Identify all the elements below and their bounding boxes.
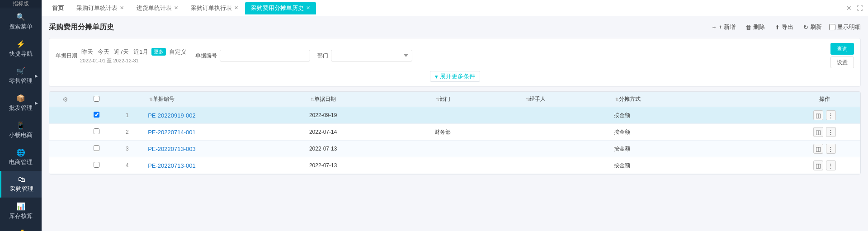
nav-icon: ⚡ xyxy=(16,40,25,48)
sidebar-item-wholesale[interactable]: 📦 批发管理 ▶ xyxy=(0,90,42,117)
row-gear-cell xyxy=(49,107,81,124)
row-op-cell: ◫ ⋮ xyxy=(788,124,860,141)
row-checkbox-cell xyxy=(81,141,111,157)
view-button[interactable]: ◫ xyxy=(813,160,823,170)
edit-button[interactable]: ⋮ xyxy=(826,110,836,120)
tab-po-exec[interactable]: 采购订单执行表✕ xyxy=(185,2,244,14)
sidebar-item-search[interactable]: 🔍 搜索菜单 xyxy=(0,8,42,35)
data-table: ⚙ ⇅单据编号 ⇅单据日期 ⇅部门 xyxy=(49,91,861,174)
purchase-icon: 🛍 xyxy=(18,175,25,184)
shortcut-yesterday[interactable]: 昨天 xyxy=(80,47,94,57)
finance-icon: 💰 xyxy=(16,229,25,231)
sidebar-item-label: 搜索菜单 xyxy=(9,23,33,31)
row-gear-cell xyxy=(49,141,81,157)
row-num-cell: 4 xyxy=(111,157,143,174)
th-date[interactable]: ⇅单据日期 xyxy=(305,92,430,107)
maximize-window-button[interactable]: ⛶ xyxy=(856,5,863,12)
right-actions: 查询 设置 xyxy=(830,43,854,68)
column-settings-icon[interactable]: ⚙ xyxy=(62,96,68,103)
show-cols-checkbox[interactable] xyxy=(829,24,835,30)
row-gear-cell xyxy=(49,124,81,141)
date-range: 昨天 今天 近7天 近1月 更多 自定义 2022-01-01 至 2022-1… xyxy=(80,47,188,64)
order-no-link[interactable]: PE-20220713-003 xyxy=(148,146,196,152)
tab-inbound-summary[interactable]: 进货单统计表✕ xyxy=(131,2,184,14)
row-date-cell: 2022-07-13 xyxy=(305,157,430,174)
tab-bar: 首页采购订单统计表✕进货单统计表✕采购订单执行表✕采购费用分摊单历史✕ ✕ ⛶ xyxy=(42,0,868,16)
row-handler-cell xyxy=(520,124,609,141)
sidebar-item-label: 快捷导航 xyxy=(9,50,33,58)
row-order-no-cell: PE-20220919-002 xyxy=(143,107,305,124)
sidebar-item-retail[interactable]: 🛒 零售管理 ▶ xyxy=(0,62,42,90)
tab-po-summary[interactable]: 采购订单统计表✕ xyxy=(71,2,130,14)
view-button[interactable]: ◫ xyxy=(813,144,823,154)
op-icons: ◫ ⋮ xyxy=(793,110,856,120)
th-checkbox xyxy=(81,92,111,107)
row-checkbox-cell xyxy=(81,124,111,141)
order-no-input[interactable] xyxy=(220,50,310,61)
expand-row: ▾ 展开更多条件 xyxy=(56,71,854,82)
tab-close-icon[interactable]: ✕ xyxy=(120,5,124,11)
select-all-checkbox[interactable] xyxy=(94,96,99,102)
export-icon: ⬆ xyxy=(775,24,780,31)
shortcut-7days[interactable]: 近7天 xyxy=(113,47,130,57)
close-window-button[interactable]: ✕ xyxy=(845,5,853,12)
th-order-no[interactable]: ⇅单据编号 xyxy=(143,92,305,107)
th-method[interactable]: ⇅分摊方式 xyxy=(609,92,788,107)
delete-button[interactable]: 🗑 删除 xyxy=(743,22,768,33)
add-button[interactable]: ＋ + 新增 xyxy=(708,22,738,33)
shortcut-1month[interactable]: 近1月 xyxy=(132,47,150,57)
tab-close-icon[interactable]: ✕ xyxy=(234,5,238,11)
row-checkbox[interactable] xyxy=(94,145,99,151)
settings-button[interactable]: 设置 xyxy=(830,57,854,68)
th-dept[interactable]: ⇅部门 xyxy=(430,92,519,107)
shortcut-more[interactable]: 更多 xyxy=(151,48,166,56)
refresh-button[interactable]: ↻ 刷新 xyxy=(801,22,825,33)
wholesale-icon: 📦 xyxy=(16,94,25,103)
edit-button[interactable]: ⋮ xyxy=(826,160,836,170)
page-content: 采购费用分摊单历史 ＋ + 新增 🗑 删除 ⬆ 导出 ↻ 刷新 xyxy=(42,16,868,231)
edit-button[interactable]: ⋮ xyxy=(826,127,836,137)
row-checkbox[interactable] xyxy=(94,128,99,134)
row-date-cell: 2022-07-14 xyxy=(305,124,430,141)
dept-select[interactable]: 财务部 xyxy=(331,50,412,61)
sort-icon: ⇅ xyxy=(436,97,439,102)
th-handler[interactable]: ⇅经手人 xyxy=(520,92,609,107)
order-no-link[interactable]: PE-20220919-002 xyxy=(148,112,196,119)
export-button[interactable]: ⬆ 导出 xyxy=(772,22,796,33)
sidebar-item-ecom[interactable]: 🌐 电商管理 xyxy=(0,144,42,171)
table-body: 1 PE-20220919-002 2022-09-19 按金额 ◫ ⋮ 2 P… xyxy=(49,107,860,174)
window-controls: ✕ ⛶ xyxy=(845,5,863,12)
view-button[interactable]: ◫ xyxy=(813,110,823,120)
order-no-link[interactable]: PE-20220713-001 xyxy=(148,162,196,169)
table-row: 1 PE-20220919-002 2022-09-19 按金额 ◫ ⋮ xyxy=(49,107,860,124)
add-icon: ＋ xyxy=(711,23,717,31)
date-value: 2022-01-01 至 2022-12-31 xyxy=(80,57,188,64)
edit-button[interactable]: ⋮ xyxy=(826,144,836,154)
tab-po-fee-hist[interactable]: 采购费用分摊单历史✕ xyxy=(245,2,316,14)
row-dept-cell xyxy=(430,107,519,124)
sidebar-item-finance[interactable]: 💰 资金管理 xyxy=(0,225,42,231)
query-button[interactable]: 查询 xyxy=(830,43,854,55)
row-order-no-cell: PE-20220713-001 xyxy=(143,157,305,174)
ecom-icon: 🌐 xyxy=(16,148,25,157)
search-icon: 🔍 xyxy=(16,13,25,21)
view-button[interactable]: ◫ xyxy=(813,127,823,137)
sidebar-item-label: 小畅电商 xyxy=(9,131,33,139)
expand-conditions-button[interactable]: ▾ 展开更多条件 xyxy=(430,71,480,82)
sidebar-item-mobile[interactable]: 📱 小畅电商 xyxy=(0,117,42,144)
row-method-cell: 按金额 xyxy=(609,124,788,141)
sort-icon: ⇅ xyxy=(526,97,529,102)
sidebar-item-nav[interactable]: ⚡ 快捷导航 xyxy=(0,35,42,62)
order-no-link[interactable]: PE-20220714-001 xyxy=(148,129,196,136)
sidebar-item-purchase[interactable]: 🛍 采购管理 xyxy=(0,171,42,198)
order-no-label: 单据编号 xyxy=(195,52,217,60)
sort-icon: ⇅ xyxy=(615,97,619,102)
sidebar-item-inventory[interactable]: 📊 库存核算 xyxy=(0,198,42,225)
row-checkbox[interactable] xyxy=(94,162,99,168)
tab-home[interactable]: 首页 xyxy=(46,2,70,14)
row-checkbox[interactable] xyxy=(94,112,99,118)
shortcut-today[interactable]: 今天 xyxy=(96,47,111,57)
shortcut-custom[interactable]: 自定义 xyxy=(168,47,188,57)
tab-close-icon[interactable]: ✕ xyxy=(174,5,178,11)
tab-close-icon[interactable]: ✕ xyxy=(306,5,310,11)
